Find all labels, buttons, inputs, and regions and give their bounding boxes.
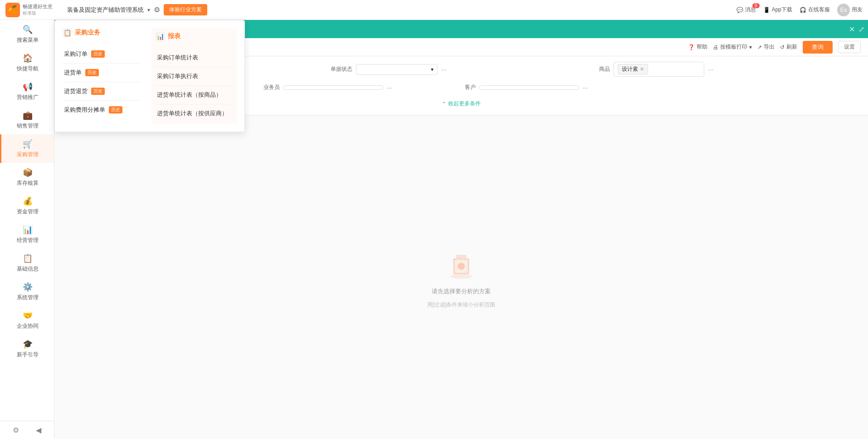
purchase-business-column: 📋 采购业务 采购订单 历史 进货单 历史 进货退货 历史 采购费用分摊单 历史 [62, 28, 141, 124]
sidebar-item-capital[interactable]: 💰 资金管理 [0, 192, 54, 220]
sidebar-label-inventory: 库存核算 [17, 179, 39, 187]
message-icon: 💬 [736, 7, 743, 13]
sidebar-label-operations: 经营管理 [17, 237, 39, 244]
purchase-dropdown-menu: 📋 采购业务 采购订单 历史 进货单 历史 进货退货 历史 采购费用分摊单 历史… [54, 20, 245, 132]
sidebar-label-sales: 销售管理 [17, 122, 39, 130]
sidebar-label-newbie: 新手引导 [17, 351, 39, 359]
svg-point-0 [450, 274, 472, 279]
collapse-label: 收起更多条件 [448, 100, 481, 108]
print-btn[interactable]: 🖨 按模板打印 ▾ [713, 43, 752, 51]
menu-item-purchase-receive[interactable]: 进货单 历史 [62, 65, 141, 80]
mobile-icon: 📱 [763, 7, 770, 13]
customer-more-btn[interactable]: ··· [583, 84, 588, 91]
sidebar-label-capital: 资金管理 [17, 208, 39, 216]
sidebar-item-quick-nav[interactable]: 🏠 快捷导航 [0, 49, 54, 77]
refresh-btn[interactable]: ↺ 刷新 [780, 43, 797, 51]
help-label: 帮助 [697, 43, 707, 51]
sidebar-item-sales[interactable]: 💼 销售管理 [0, 106, 54, 134]
help-btn[interactable]: ❓ 帮助 [688, 43, 707, 51]
sidebar-item-inventory[interactable]: 📦 库存核算 [0, 163, 54, 192]
menu-item-po-exec[interactable]: 采购订单执行表 [155, 69, 234, 84]
empty-illustration [443, 246, 479, 282]
goods-more-btn[interactable]: ··· [708, 66, 713, 73]
doc-status-select[interactable]: ▾ [356, 64, 438, 75]
maximize-window-btn[interactable]: ⤢ [858, 25, 864, 34]
menu-item-receive-by-supplier[interactable]: 进货单统计表（按供应商） [155, 106, 234, 121]
purchase-column-header: 📋 采购业务 [62, 28, 141, 41]
purchase-return-label: 进货退货 [64, 87, 88, 95]
print-label: 按模板打印 [720, 43, 747, 51]
printer-icon: 🖨 [713, 44, 718, 50]
app-download-label: App下载 [772, 6, 792, 14]
sidebar-item-enterprise[interactable]: 🤝 企业协同 [0, 306, 54, 335]
refresh-icon: ↺ [780, 44, 785, 50]
sidebar-item-newbie[interactable]: 🎓 新手引导 [0, 335, 54, 363]
salesperson-more-btn[interactable]: ··· [387, 84, 392, 91]
query-btn[interactable]: 查询 [803, 41, 833, 54]
sidebar-item-search[interactable]: 🔍 搜索菜单 [0, 20, 54, 49]
history-tag-4: 历史 [109, 106, 122, 113]
menu-item-receive-by-goods[interactable]: 进货单统计表（按商品） [155, 88, 234, 102]
receive-by-goods-label: 进货单统计表（按商品） [157, 91, 222, 99]
menu-item-purchase-order[interactable]: 采购订单 历史 [62, 47, 141, 61]
notification-btn[interactable]: 💬 消息 9 [736, 6, 756, 14]
gear-icon-btn[interactable]: ⚙ [154, 5, 160, 14]
goods-select[interactable]: 设计素 ✕ [614, 62, 704, 77]
close-window-btn[interactable]: ✕ [849, 25, 855, 34]
settings-btn[interactable]: 设置 [838, 41, 861, 53]
report-divider-3 [155, 104, 234, 104]
doc-status-more-btn[interactable]: ··· [441, 66, 447, 73]
purchase-col-icon: 📋 [62, 28, 72, 38]
collapse-arrow-icon: ⌃ [442, 101, 446, 107]
salesperson-filter-group: 业务员 ··· [263, 84, 458, 91]
sidebar: 🔍 搜索菜单 🏠 快捷导航 📢 营销推广 💼 销售管理 🛒 采购管理 📦 库存核… [0, 20, 54, 439]
report-divider-2 [155, 85, 234, 86]
system-title-dropdown-btn[interactable]: ▾ [147, 7, 150, 13]
customer-select[interactable] [479, 85, 579, 90]
user-menu[interactable]: Ea 用友 [837, 4, 863, 16]
export-label: 导出 [764, 43, 775, 51]
username-label: 用友 [852, 6, 863, 14]
logo-text: 畅捷通好生意 [23, 3, 53, 10]
salesperson-select[interactable] [283, 85, 383, 90]
online-service-btn[interactable]: 🎧 在线客服 [800, 6, 830, 14]
goods-tag: 设计素 ✕ [618, 64, 648, 74]
top-header: 🍊 畅捷通好生意 标准版 装备及固定资产辅助管理系统 ▾ ⚙ 体验行业方案 💬 … [0, 0, 868, 20]
goods-tag-close-icon[interactable]: ✕ [640, 66, 644, 72]
purchase-receive-label: 进货单 [64, 69, 82, 77]
sidebar-label-marketing: 营销推广 [17, 94, 39, 101]
export-btn[interactable]: ↗ 导出 [757, 43, 775, 51]
header-right: 💬 消息 9 📱 App下载 🎧 在线客服 Ea 用友 [736, 4, 863, 16]
sidebar-item-system[interactable]: ⚙️ 系统管理 [0, 277, 54, 306]
sidebar-label-quick-nav: 快捷导航 [17, 65, 39, 73]
sidebar-item-operations[interactable]: 📊 经营管理 [0, 220, 54, 249]
report-divider-1 [155, 67, 234, 67]
sidebar-item-marketing[interactable]: 📢 营销推广 [0, 77, 54, 106]
home-icon: 🏠 [23, 53, 33, 63]
goods-label: 商品 [599, 65, 610, 73]
report-column: 📊 报表 采购订单统计表 采购订单执行表 进货单统计表（按商品） 进货单统计表（… [151, 28, 237, 124]
menu-item-po-stats[interactable]: 采购订单统计表 [155, 50, 234, 65]
settings-gear-btn[interactable]: ⚙ [13, 426, 19, 434]
avatar: Ea [837, 4, 850, 16]
history-tag-3: 历史 [91, 88, 105, 95]
system-title: 装备及固定资产辅助管理系统 [67, 6, 144, 14]
po-stats-label: 采购订单统计表 [157, 54, 198, 62]
sidebar-item-purchase[interactable]: 🛒 采购管理 [0, 134, 54, 163]
industry-btn[interactable]: 体验行业方案 [164, 4, 207, 15]
report-col-icon: 📊 [155, 31, 165, 41]
menu-divider-3 [62, 100, 141, 101]
receive-by-supplier-label: 进货单统计表（按供应商） [157, 109, 228, 118]
sidebar-item-basic-info[interactable]: 📋 基础信息 [0, 249, 54, 277]
goods-tag-text: 设计素 [622, 65, 638, 73]
collapse-sidebar-btn[interactable]: ◀ [36, 426, 41, 434]
menu-item-purchase-expense[interactable]: 采购费用分摊单 历史 [62, 103, 141, 117]
app-download-btn[interactable]: 📱 App下载 [763, 6, 792, 14]
sidebar-label-system: 系统管理 [17, 294, 39, 301]
menu-item-purchase-return[interactable]: 进货退货 历史 [62, 84, 141, 99]
system-icon: ⚙️ [23, 282, 33, 292]
logo-sub: 标准版 [23, 10, 53, 16]
print-dropdown-icon: ▾ [749, 44, 752, 50]
header-middle: 装备及固定资产辅助管理系统 ▾ ⚙ 体验行业方案 [60, 4, 736, 15]
sidebar-label-enterprise: 企业协同 [17, 322, 39, 330]
